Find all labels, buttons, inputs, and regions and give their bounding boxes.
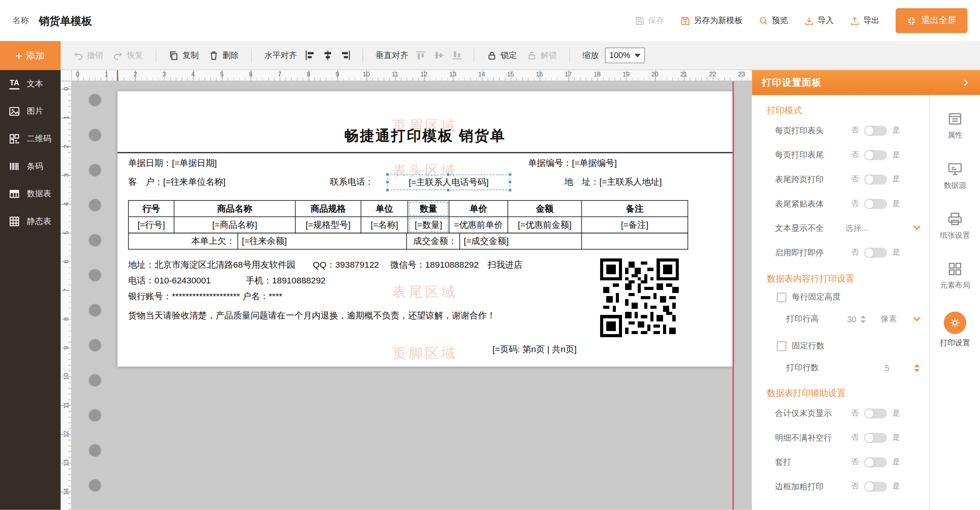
import-button[interactable]: 导入 — [804, 15, 834, 26]
align-top-button[interactable] — [414, 49, 427, 62]
toggle-print-footer-every-page[interactable] — [865, 150, 887, 160]
resize-handle[interactable] — [386, 180, 389, 184]
resize-handle[interactable] — [386, 173, 389, 177]
shop-info-element[interactable]: 地址：北京市海淀区北清路68号用友软件园 QQ：393879122 微信号：18… — [128, 257, 523, 304]
align-center-horizontal-button[interactable] — [321, 49, 334, 62]
column-header-selected[interactable]: 数量 — [408, 200, 449, 217]
redo-button[interactable]: 恢复 — [111, 50, 145, 61]
toggle-knob — [865, 199, 874, 208]
zoom-select[interactable]: 100% — [605, 48, 645, 63]
save-as-new-template-button[interactable]: 另存为新模板 — [681, 15, 742, 26]
table-cell-selected[interactable]: [=数量] — [408, 217, 449, 233]
undo-button[interactable]: 撤销 — [71, 50, 106, 61]
column-header[interactable]: 行号 — [129, 200, 174, 217]
toggle-print-header-every-page[interactable] — [865, 126, 887, 136]
table-cell[interactable]: [=备注] — [582, 217, 688, 233]
align-left-button[interactable] — [303, 49, 316, 62]
toggle-bold-border[interactable] — [865, 481, 887, 491]
toggle-footer-cross-page[interactable] — [865, 174, 887, 184]
strip-item-properties[interactable]: 属性 — [947, 111, 962, 141]
docno-field[interactable]: 单据编号：[=单据编号] — [528, 157, 617, 169]
align-middle-vertical-button[interactable] — [432, 49, 445, 62]
toggle-footer-stick-body[interactable] — [865, 199, 887, 209]
table-cell[interactable]: [=商品名称] — [174, 217, 295, 233]
date-field[interactable]: 单据日期：[=单据日期] — [128, 157, 217, 169]
empty-cell[interactable] — [582, 233, 688, 249]
toggle-instant-stop[interactable] — [865, 247, 887, 257]
lock-button[interactable]: 锁定 — [484, 50, 519, 61]
strip-item-element-layout[interactable]: 元素布局 — [940, 262, 970, 291]
add-element-button[interactable]: + 添加 — [0, 41, 61, 70]
column-header[interactable]: 单价 — [449, 200, 508, 217]
template-name-label: 名称 — [13, 15, 29, 26]
save-button[interactable]: 保存 — [635, 15, 665, 26]
document-page[interactable]: 页眉区域 表头区域 表尾区域 页脚区域 畅捷通打印模板 销货单 单据日期：[=单… — [117, 91, 733, 367]
unlock-button[interactable]: 解锁 — [525, 50, 559, 61]
preview-button[interactable]: 预览 — [759, 15, 788, 26]
document-title-element[interactable]: 畅捷通打印模板 销货单 — [117, 126, 733, 146]
column-header[interactable]: 备注 — [582, 200, 688, 217]
sidebar-item-image[interactable]: 图片 — [0, 98, 61, 125]
row-count-value[interactable]: 5 — [885, 363, 889, 373]
copy-button[interactable]: 复制 — [166, 50, 201, 61]
row-height-unit-select[interactable]: 像素 — [881, 313, 919, 325]
sidebar-item-barcode[interactable]: 条码 — [0, 152, 61, 180]
strip-item-print-settings[interactable]: 打印设置 — [940, 311, 970, 348]
canvas-body[interactable]: 页眉区域 表头区域 表尾区域 页脚区域 畅捷通打印模板 销货单 单据日期：[=单… — [72, 81, 752, 510]
column-header[interactable]: 商品规格 — [295, 200, 361, 217]
resize-handle[interactable] — [446, 188, 450, 192]
delete-button[interactable]: 删除 — [206, 50, 241, 61]
address-field[interactable]: 地 址：[=主联系人地址] — [564, 176, 662, 187]
sidebar-item-qrcode[interactable]: 二维码 — [0, 125, 61, 153]
table-cell[interactable]: =优惠前单价 — [449, 217, 508, 233]
text-overflow-select[interactable]: 选择... — [845, 222, 919, 233]
qrcode-icon — [8, 133, 21, 144]
resize-handle[interactable] — [446, 173, 450, 177]
setting-row: 每页打印表头 否 是 — [752, 118, 929, 143]
panel-title: 打印设置面板 — [762, 77, 822, 89]
toggle-total-last-page[interactable] — [865, 408, 887, 418]
qr-code-image[interactable] — [600, 258, 679, 337]
total-label-cell[interactable]: 成交金额： — [407, 233, 460, 249]
resize-handle[interactable] — [508, 173, 512, 177]
owed-value-cell[interactable]: [=往来余额] — [238, 233, 407, 249]
sidebar-item-datatable[interactable]: 数据表 — [0, 180, 61, 208]
row-height-value[interactable]: 30 — [847, 314, 856, 323]
export-label: 导出 — [863, 15, 879, 26]
total-value-cell[interactable]: [=成交金额] — [460, 233, 582, 249]
owed-label-cell[interactable]: 本单上欠： — [129, 233, 238, 249]
align-bottom-button[interactable] — [450, 49, 464, 62]
items-table-element[interactable]: 行号 商品名称 商品规格 单位 数量 单价 金额 备注 — [128, 200, 688, 250]
resize-handle[interactable] — [508, 188, 512, 192]
collapse-panel-button[interactable] — [961, 78, 970, 87]
row-count-stepper[interactable] — [914, 364, 919, 372]
sidebar-item-statictable[interactable]: 静态表 — [0, 208, 61, 235]
customer-field[interactable]: 客 户：[=往来单位名称] — [128, 176, 226, 187]
table-cell[interactable]: [=行号] — [129, 217, 174, 233]
strip-item-datasource[interactable]: 数据源 — [944, 161, 967, 191]
fixed-row-height-checkbox[interactable] — [777, 292, 786, 301]
resize-handle[interactable] — [508, 180, 512, 184]
table-cell[interactable]: [=规格型号] — [295, 217, 361, 233]
strip-item-paper-settings[interactable]: 纸张设置 — [940, 212, 970, 241]
exit-fullscreen-button[interactable]: 退出全屏 — [896, 8, 967, 33]
column-header[interactable]: 商品名称 — [174, 200, 295, 217]
exit-fullscreen-icon — [907, 16, 916, 25]
column-header[interactable]: 单位 — [361, 200, 408, 217]
table-cell[interactable]: [=优惠前金额] — [508, 217, 581, 233]
design-canvas[interactable]: 01234567891011121314151617181920212223 0… — [61, 70, 752, 510]
selected-phone-field[interactable]: [=主联系人电话号码] — [388, 174, 510, 190]
notice-element[interactable]: 货物当天请验收清楚，产品质量问题请在一个月内退换，逾期概不负责，还望谅解，谢谢合… — [128, 310, 496, 321]
binding-dots — [87, 90, 103, 510]
column-header[interactable]: 金额 — [508, 200, 581, 217]
page-number-element[interactable]: [=页码: 第n页 | 共n页] — [493, 344, 577, 355]
align-right-button[interactable] — [339, 49, 352, 62]
table-cell[interactable]: [=名称] — [361, 217, 408, 233]
row-height-stepper[interactable] — [861, 315, 866, 323]
toggle-overprint[interactable] — [865, 457, 887, 467]
toggle-fill-blank-rows[interactable] — [865, 432, 887, 442]
resize-handle[interactable] — [386, 188, 389, 192]
fixed-row-count-checkbox[interactable] — [777, 341, 786, 351]
sidebar-item-text[interactable]: TA 文本 — [0, 70, 61, 98]
export-button[interactable]: 导出 — [850, 15, 879, 26]
